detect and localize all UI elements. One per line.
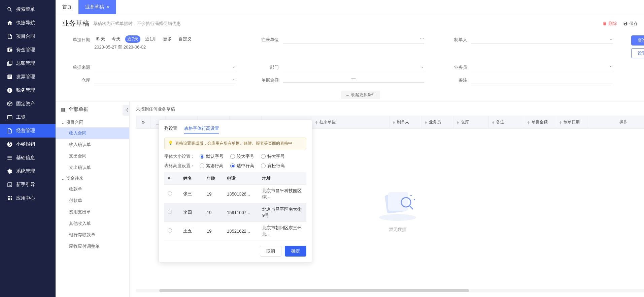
th-salesman[interactable]: ▲▼业务员 bbox=[421, 116, 453, 128]
sidebar-item-tax[interactable]: 税务管理 bbox=[0, 84, 56, 97]
sample-radio[interactable] bbox=[168, 191, 172, 196]
tab-home[interactable]: 首页 bbox=[56, 0, 78, 14]
horizontal-scrollbar[interactable] bbox=[136, 289, 644, 292]
dept-input[interactable] bbox=[283, 63, 424, 71]
business-icon bbox=[7, 128, 13, 134]
radio-height-compact[interactable]: 紧凑行高 bbox=[200, 163, 224, 169]
tree-item-payment[interactable]: 付款单 bbox=[56, 195, 129, 206]
source-input[interactable] bbox=[94, 63, 236, 71]
query-button[interactable]: 查询 bbox=[631, 35, 644, 46]
collapse-filters-button[interactable]: ︽ 收起更多条件 bbox=[341, 91, 380, 99]
chevron-down-icon[interactable]: ⌄ bbox=[609, 36, 613, 41]
page-title: 业务草稿 bbox=[62, 19, 89, 28]
th-note[interactable]: ▲▼备注 bbox=[489, 116, 524, 128]
tree-item-expense-contract[interactable]: 支出合同 bbox=[56, 150, 129, 162]
sidebar-item-fund[interactable]: 资金管理 bbox=[0, 43, 56, 57]
tab-draft[interactable]: 业务草稿 ✕ bbox=[78, 0, 116, 14]
sidebar-item-system[interactable]: 系统管理 bbox=[0, 165, 56, 178]
tree-collapse-button[interactable]: 《 bbox=[123, 105, 129, 116]
tree-item-other-income[interactable]: 其他收入单 bbox=[56, 218, 129, 229]
tax-icon bbox=[7, 87, 13, 93]
date-shortcut-1month[interactable]: 近1月 bbox=[143, 35, 158, 43]
radio-font-large[interactable]: 较大字号 bbox=[230, 153, 254, 159]
date-shortcut-custom[interactable]: 自定义 bbox=[176, 35, 194, 43]
creator-input[interactable] bbox=[471, 35, 613, 43]
warehouse-input[interactable] bbox=[94, 76, 236, 84]
svg-point-6 bbox=[414, 199, 415, 200]
chevron-down-icon[interactable]: ⌄ bbox=[420, 64, 424, 69]
sidebar-item-search[interactable]: 搜索菜单 bbox=[0, 3, 56, 16]
popover-confirm-button[interactable]: 确定 bbox=[285, 246, 306, 257]
sidebar-item-nav[interactable]: 快捷导航 bbox=[0, 16, 56, 30]
tree-item-income-confirm[interactable]: 收入确认单 bbox=[56, 139, 129, 150]
radio-font-default[interactable]: 默认字号 bbox=[200, 153, 224, 159]
more-icon[interactable]: ⋯ bbox=[608, 64, 613, 69]
more-icon[interactable]: ⋯ bbox=[231, 77, 236, 82]
chevron-down-icon: ⌄ bbox=[61, 120, 65, 125]
th-warehouse[interactable]: ▲▼仓库 bbox=[453, 116, 489, 128]
sidebar-item-guide[interactable]: 新手引导 bbox=[0, 178, 56, 191]
tree-group-fund[interactable]: ⌄资金往来 bbox=[56, 173, 129, 183]
more-icon[interactable]: ⋯ bbox=[420, 36, 424, 41]
sidebar-item-salary[interactable]: 工资 bbox=[0, 111, 56, 124]
tree-item-adjust[interactable]: 应收应付调整单 bbox=[56, 241, 129, 252]
chevron-down-icon: ⌄ bbox=[61, 176, 65, 181]
filter-label-dept: 部门 bbox=[254, 63, 283, 70]
sample-radio[interactable] bbox=[168, 210, 172, 214]
sidebar-item-info[interactable]: 基础信息 bbox=[0, 151, 56, 165]
sample-radio[interactable] bbox=[168, 228, 172, 233]
tree-item-receipt[interactable]: 收款单 bbox=[56, 183, 129, 195]
tree-item-bank[interactable]: 银行存取款单 bbox=[56, 229, 129, 241]
filter-label-warehouse: 仓库 bbox=[66, 76, 94, 83]
scrollbar-thumb[interactable] bbox=[159, 289, 469, 292]
tree-group-contract[interactable]: ⌄项目合同 bbox=[56, 117, 129, 127]
sidebar-item-business[interactable]: 经营管理 bbox=[0, 124, 56, 138]
th-partner[interactable]: ▲▼往来单位 bbox=[312, 116, 389, 128]
sample-th-age: 年龄 bbox=[203, 172, 224, 185]
svg-line-4 bbox=[409, 206, 413, 209]
sidebar-item-asset[interactable]: 固定资产 bbox=[0, 97, 56, 111]
sidebar-item-invoice[interactable]: 发票管理 bbox=[0, 70, 56, 84]
guide-icon bbox=[7, 182, 13, 188]
sidebar-item-reimburse[interactable]: 小畅报销 bbox=[0, 138, 56, 151]
partner-input[interactable] bbox=[283, 35, 424, 43]
main: 首页 业务草稿 ✕ ✕ ⛶ 业务草稿 草稿转为正式单据时，不会执行满赠促销优惠 … bbox=[56, 0, 644, 297]
table-settings-button[interactable]: ⚙ bbox=[136, 116, 151, 128]
radio-height-loose[interactable]: 宽松行高 bbox=[261, 163, 285, 169]
radio-height-medium[interactable]: 适中行高 bbox=[230, 163, 254, 169]
date-shortcut-yesterday[interactable]: 昨天 bbox=[94, 35, 107, 43]
sidebar-item-contract[interactable]: 项目合同 bbox=[0, 30, 56, 43]
th-amount[interactable]: ▲▼单据金额 bbox=[524, 116, 556, 128]
salesman-input[interactable] bbox=[471, 63, 613, 71]
invoice-icon bbox=[7, 74, 13, 80]
sample-th-addr: 地址 bbox=[259, 172, 306, 185]
th-createdate[interactable]: ▲▼制单日期 bbox=[556, 116, 588, 128]
sidebar-item-ledger[interactable]: 总账管理 bbox=[0, 57, 56, 70]
popover-tab-columns[interactable]: 列设置 bbox=[164, 125, 177, 133]
tree-item-income-contract[interactable]: 收入合同 bbox=[56, 127, 129, 139]
settings-button[interactable]: 设置 bbox=[631, 48, 644, 58]
tree-item-expense[interactable]: 费用支出单 bbox=[56, 206, 129, 218]
chevron-down-icon[interactable]: ⌄ bbox=[232, 64, 236, 69]
amount-input[interactable]: — bbox=[283, 76, 424, 83]
svg-point-5 bbox=[410, 195, 412, 196]
date-shortcut-7days[interactable]: 近7天 bbox=[125, 35, 140, 43]
close-icon[interactable]: ✕ bbox=[106, 5, 109, 9]
popover-tab-font[interactable]: 表格字体行高设置 bbox=[184, 125, 219, 133]
date-shortcut-today[interactable]: 今天 bbox=[110, 35, 123, 43]
sidebar-item-apps[interactable]: 应用中心 bbox=[0, 191, 56, 205]
th-creator[interactable]: ▲▼制单人 bbox=[389, 116, 421, 128]
book-icon bbox=[7, 60, 13, 66]
tree-item-expense-confirm[interactable]: 支出确认单 bbox=[56, 162, 129, 173]
date-shortcut-more[interactable]: 更多 bbox=[161, 35, 174, 43]
popover-cancel-button[interactable]: 取消 bbox=[260, 246, 281, 257]
search-icon bbox=[7, 6, 13, 12]
info-icon bbox=[7, 155, 13, 161]
note-input[interactable] bbox=[471, 76, 613, 84]
delete-button[interactable]: 删除 bbox=[602, 21, 617, 27]
save-button[interactable]: 保存 bbox=[623, 21, 638, 27]
th-action: 操作 bbox=[588, 116, 644, 128]
sample-row: 张三 19 13501326... 北京市昌平科技园区综... bbox=[164, 185, 306, 203]
sample-table: # 姓名 年龄 电话 地址 张三 19 bbox=[164, 172, 306, 240]
radio-font-xlarge[interactable]: 特大字号 bbox=[261, 153, 285, 159]
